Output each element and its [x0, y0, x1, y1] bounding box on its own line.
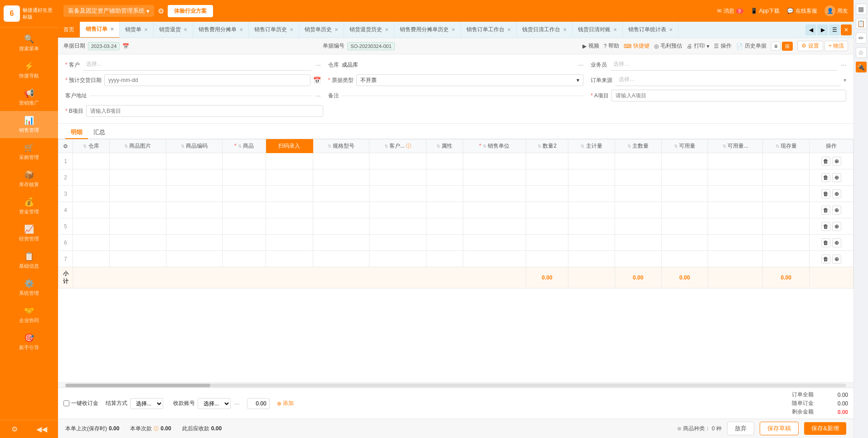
row-4-quantity2[interactable] — [526, 202, 568, 218]
delivery-date-calendar-icon[interactable]: 📅 — [313, 77, 321, 84]
col-attributes[interactable]: ⇅ 属性 — [426, 140, 463, 153]
row-6-copy-btn[interactable]: ⊕ — [832, 238, 841, 247]
tab-sales-invoice[interactable]: 销货单 ✕ — [120, 22, 154, 38]
row-3-main-unit[interactable] — [568, 186, 615, 202]
sidebar-item-finance[interactable]: 💰 资金管理 — [0, 193, 58, 220]
sidebar-item-system[interactable]: ⚙️ 系统管理 — [0, 274, 58, 301]
row-7-product[interactable] — [223, 251, 266, 267]
row-4-spec[interactable] — [313, 202, 369, 218]
col-spec-model[interactable]: ⇅ 规格型号 — [313, 140, 369, 153]
row-6-available[interactable] — [661, 235, 708, 251]
row-1-copy-btn[interactable]: ⊕ — [832, 157, 841, 166]
row-5-spec[interactable] — [313, 218, 369, 235]
row-3-quantity2[interactable] — [526, 186, 568, 202]
row-2-spec[interactable] — [313, 169, 369, 186]
row-5-copy-btn[interactable]: ⊕ — [832, 222, 841, 231]
row-5-product[interactable] — [223, 218, 266, 235]
row-2-sales-unit[interactable] — [463, 169, 526, 186]
tab-close-all-btn[interactable]: ✕ — [841, 24, 852, 35]
receipt-account-select[interactable]: 选择... — [198, 398, 231, 409]
row-7-available[interactable] — [661, 251, 708, 267]
row-1-attributes[interactable] — [426, 153, 463, 169]
tab-close-icon[interactable]: ✕ — [239, 27, 243, 32]
add-goods-btn[interactable]: + 物流 — [824, 41, 848, 51]
view-btn[interactable]: ▶ 视频 — [582, 42, 599, 50]
project-a-input[interactable] — [611, 90, 846, 101]
row-5-product-image[interactable] — [109, 218, 166, 235]
receipt-account-dots-icon[interactable]: ··· — [234, 400, 240, 407]
row-5-quantity2[interactable] — [526, 218, 568, 235]
address-dots-icon[interactable]: ··· — [315, 92, 321, 99]
row-2-attributes[interactable] — [426, 169, 463, 186]
history-btn[interactable]: 📄 历史单据 — [736, 42, 766, 50]
tab-expand-btn[interactable]: ☰ — [829, 24, 840, 35]
row-7-main-unit[interactable] — [568, 251, 615, 267]
row-3-spec[interactable] — [313, 186, 369, 202]
row-2-available[interactable] — [661, 169, 708, 186]
row-6-product-image[interactable] — [109, 235, 166, 251]
tab-detail[interactable]: 明细 — [65, 126, 88, 139]
row-5-delete-btn[interactable]: 🗑 — [821, 222, 830, 231]
row-2-customer-code[interactable] — [369, 169, 426, 186]
col-available[interactable]: ⇅ 可用量 — [661, 140, 708, 153]
row-4-current-stock[interactable] — [763, 202, 810, 218]
scrollbar-thumb[interactable] — [65, 384, 210, 387]
col-settings[interactable]: ⚙ — [58, 140, 73, 153]
row-7-available2[interactable] — [708, 251, 763, 267]
tab-sales-return-history[interactable]: 销货退货历史 ✕ — [344, 22, 394, 38]
user-menu-btn[interactable]: 👤 用友 — [824, 5, 848, 16]
row-6-warehouse[interactable] — [73, 235, 110, 251]
row-3-main-quantity[interactable] — [615, 186, 661, 202]
tab-sales-fee-split[interactable]: 销售费用分摊单 ✕ — [193, 22, 249, 38]
operation-btn[interactable]: ☰ 操作 — [714, 42, 732, 50]
row-4-attributes[interactable] — [426, 202, 463, 218]
row-4-customer-code[interactable] — [369, 202, 426, 218]
row-1-customer-code[interactable] — [369, 153, 426, 169]
row-5-available2[interactable] — [708, 218, 763, 235]
settings-btn[interactable]: ⚙ 设置 — [797, 41, 823, 51]
row-1-available2[interactable] — [708, 153, 763, 169]
sidebar-item-purchase[interactable]: 🛒 采购管理 — [0, 138, 58, 165]
row-6-quantity2[interactable] — [526, 235, 568, 251]
tab-close-icon[interactable]: ✕ — [669, 27, 673, 32]
row-5-sales-unit[interactable] — [463, 218, 526, 235]
tab-sales-order[interactable]: 销售订单 ✕ — [80, 22, 120, 38]
row-4-sales-unit[interactable] — [463, 202, 526, 218]
row-1-scan[interactable] — [266, 153, 313, 169]
amount-input[interactable] — [247, 398, 270, 409]
row-1-quantity2[interactable] — [526, 153, 568, 169]
tab-close-icon[interactable]: ✕ — [290, 27, 293, 32]
one-click-checkout-checkbox[interactable]: 一键收订金 — [63, 399, 98, 407]
row-5-main-quantity[interactable] — [615, 218, 661, 235]
row-7-scan[interactable] — [266, 251, 313, 267]
col-main-quantity[interactable]: ⇅ 主数量 — [615, 140, 661, 153]
salesperson-dots-icon[interactable]: ··· — [841, 61, 846, 68]
sidebar-item-operations[interactable]: 📈 经营管理 — [0, 220, 58, 247]
notes-value[interactable] — [342, 96, 584, 96]
sidebar-item-enterprise[interactable]: 🤝 企业协同 — [0, 301, 58, 328]
row-3-available2[interactable] — [708, 186, 763, 202]
project-b-input[interactable] — [86, 105, 323, 117]
row-2-main-unit[interactable] — [568, 169, 615, 186]
row-6-main-unit[interactable] — [568, 235, 615, 251]
col-current-stock[interactable]: ⇅ 现存量 — [763, 140, 810, 153]
profit-forecast-btn[interactable]: ◎ 毛利预估 — [654, 42, 682, 50]
print-btn[interactable]: 🖨 打印 ▾ — [687, 42, 709, 50]
row-2-available2[interactable] — [708, 169, 763, 186]
warehouse-value[interactable]: 成品库 — [342, 61, 575, 69]
row-1-product-image[interactable] — [109, 153, 166, 169]
row-4-main-unit[interactable] — [568, 202, 615, 218]
right-panel-btn-4[interactable]: ☆ — [856, 47, 867, 58]
row-4-scan[interactable] — [266, 202, 313, 218]
row-7-main-quantity[interactable] — [615, 251, 661, 267]
sidebar-item-search[interactable]: 🔍 搜索菜单 — [0, 29, 58, 57]
tab-sales-stats[interactable]: 销售订单统计表 ✕ — [623, 22, 679, 38]
tab-close-icon[interactable]: ✕ — [335, 27, 338, 32]
row-1-sales-unit[interactable] — [463, 153, 526, 169]
right-panel-btn-5[interactable]: 🔌 — [856, 62, 867, 72]
tab-cash-daily-account[interactable]: 钱货日清对账 ✕ — [572, 22, 623, 38]
row-2-main-quantity[interactable] — [615, 169, 661, 186]
row-2-copy-btn[interactable]: ⊕ — [832, 173, 841, 182]
row-5-attributes[interactable] — [426, 218, 463, 235]
col-product-code[interactable]: ⇅ 商品编码 — [166, 140, 223, 153]
